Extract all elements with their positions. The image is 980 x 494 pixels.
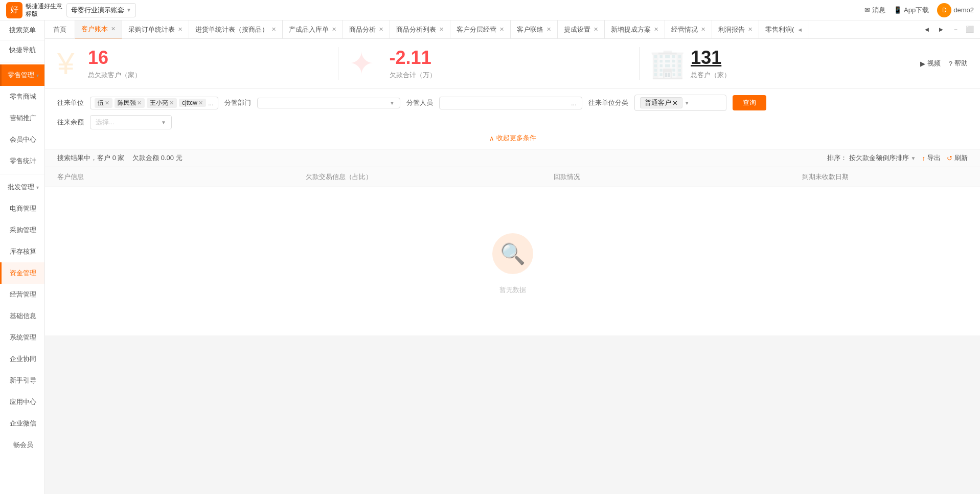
tab-nav-right[interactable]: ► [935, 24, 947, 36]
video-button[interactable]: ▶ 视频 [920, 59, 941, 68]
sidebar-item-retail-mall[interactable]: 零售商城 [0, 86, 44, 107]
tab-profit-report[interactable]: 利润报告 ✕ [712, 20, 759, 39]
tab-purchase-order[interactable]: 采购订单统计表 ✕ [122, 20, 189, 39]
sidebar-item-procurement[interactable]: 采购管理 [0, 219, 44, 241]
tags-more-button[interactable]: ... [208, 99, 214, 107]
tab-close-icon-13[interactable]: ◄ [797, 27, 803, 33]
unit-filter-tags[interactable]: 伍 ✕ 陈民强 ✕ 王小亮 ✕ cjttcw ✕ [90, 97, 218, 109]
sidebar-item-wholesale[interactable]: 批发管理 ▾ [0, 176, 44, 198]
main-layout: 搜索菜单 快捷导航 零售管理 ▾ 零售商城 营销推广 会员中心 零售统计 批发管… [0, 20, 980, 494]
sidebar-item-enterprise-coop[interactable]: 企业协同 [0, 348, 44, 370]
sidebar-item-marketing[interactable]: 营销推广 [0, 107, 44, 129]
tab-retail-profit[interactable]: 零售利润( ◄ [759, 20, 809, 39]
export-button[interactable]: ↑ 导出 [922, 153, 941, 163]
filter-row-1: 往来单位 伍 ✕ 陈民强 ✕ 王小亮 ✕ [57, 95, 968, 111]
export-icon: ↑ [922, 154, 926, 162]
top-bar-right: ✉ 消息 📱 App下载 D demo2 [864, 3, 974, 17]
sidebar-item-ecommerce[interactable]: 电商管理 [0, 198, 44, 219]
tab-ops-status[interactable]: 经营情况 ✕ [665, 20, 712, 39]
manager-dots[interactable]: ... [571, 99, 577, 107]
app-download-button[interactable]: 📱 App下载 [894, 6, 929, 15]
table-header-debt-info: 欠款交易信息（占比） [306, 172, 554, 182]
tab-close-icon-5[interactable]: ✕ [379, 26, 383, 33]
tab-close-icon-12[interactable]: ✕ [748, 26, 753, 33]
sidebar-item-basic-info[interactable]: 基础信息 [0, 305, 44, 327]
category-tag-close[interactable]: ✕ [672, 99, 678, 107]
chevron-right-icon: ▾ [36, 73, 39, 78]
sidebar-quick-nav[interactable]: 快捷导航 [0, 40, 44, 60]
tab-close-icon-10[interactable]: ✕ [654, 26, 658, 33]
manager-filter-select[interactable]: ... [439, 97, 582, 109]
refresh-button[interactable]: ↺ 刷新 [947, 153, 968, 163]
tab-close-icon-6[interactable]: ✕ [439, 26, 444, 33]
balance-filter-select[interactable]: 选择... ▼ [90, 115, 172, 129]
tab-close-icon-9[interactable]: ✕ [594, 26, 598, 33]
tab-nav-left[interactable]: ◄ [921, 24, 933, 36]
sidebar-item-operations[interactable]: 经营管理 [0, 284, 44, 305]
unit-category-select[interactable]: 普通客户 ✕ ▼ [634, 95, 726, 111]
tab-close-icon[interactable]: ✕ [111, 26, 116, 32]
help-button[interactable]: ? 帮助 [949, 59, 968, 68]
tab-close-icon-8[interactable]: ✕ [546, 26, 551, 33]
sidebar-item-new-guide[interactable]: 新手引导 [0, 370, 44, 391]
tab-minimize[interactable]: － [949, 24, 962, 36]
tag-close-wu[interactable]: ✕ [105, 100, 109, 106]
user-menu[interactable]: D demo2 [937, 3, 974, 17]
unit-category-label: 往来单位分类 [588, 98, 628, 107]
sidebar-item-enterprise-wechat[interactable]: 企业微信 [0, 413, 44, 434]
tag-cjttcw: cjttcw ✕ [179, 99, 206, 107]
sidebar-item-finance[interactable]: 资金管理 [0, 262, 44, 284]
query-button[interactable]: 查询 [733, 95, 766, 110]
tag-close-chen[interactable]: ✕ [137, 100, 142, 106]
tab-close-icon-7[interactable]: ✕ [499, 26, 504, 33]
chevron-down-dept: ▼ [390, 100, 395, 106]
chevron-right-icon-2: ▾ [36, 185, 39, 190]
tag-chen: 陈民强 ✕ [115, 98, 145, 108]
stat-debt-total-label: 欠款合计（万） [390, 71, 436, 80]
tab-close-icon-4[interactable]: ✕ [332, 26, 336, 33]
sidebar-item-retail-mgmt[interactable]: 零售管理 ▾ [0, 64, 44, 86]
sidebar-item-sys-mgmt[interactable]: 系统管理 [0, 327, 44, 348]
empty-illustration: 🔍 [487, 228, 538, 279]
tab-product-analysis-list[interactable]: 商品分析列表 ✕ [390, 20, 450, 39]
stat-block-debt-total: ✦ -2.11 欠款合计（万） [338, 47, 640, 80]
message-button[interactable]: ✉ 消息 [864, 6, 885, 15]
sidebar-item-app-center[interactable]: 应用中心 [0, 391, 44, 413]
suite-selector[interactable]: 母婴行业演示账套 ▼ [66, 3, 136, 17]
content-area: 首页 客户账本 ✕ 采购订单统计表 ✕ 进货单统计表（按商品） ✕ 产成品入库单… [45, 20, 980, 494]
sort-selector[interactable]: 排序： 按欠款金额倒序排序 ▼ [827, 153, 916, 163]
tab-new-raise[interactable]: 新增提成方案 ✕ [605, 20, 665, 39]
dept-filter-label: 分管部门 [224, 98, 251, 107]
tab-close-icon-2[interactable]: ✕ [178, 26, 183, 33]
tab-actions: ◄ ► － ⬜ [921, 24, 980, 36]
sidebar-item-inventory[interactable]: 库存核算 [0, 241, 44, 262]
sidebar-item-member[interactable]: 畅会员 [0, 434, 44, 456]
tab-customer-tier[interactable]: 客户分层经营 ✕ [450, 20, 511, 39]
tab-customer-contact[interactable]: 客户联络 ✕ [511, 20, 558, 39]
tab-maximize[interactable]: ⬜ [964, 24, 976, 36]
tab-close-icon-3[interactable]: ✕ [271, 26, 276, 33]
avatar: D [937, 3, 951, 17]
tag-close-cjttcw[interactable]: ✕ [198, 100, 203, 106]
tab-instock-stats[interactable]: 进货单统计表（按商品） ✕ [189, 20, 283, 39]
download-icon: 📱 [894, 6, 902, 14]
tab-home[interactable]: 首页 [45, 20, 75, 39]
dept-filter-select[interactable]: ▼ [257, 98, 400, 108]
table-header-repay: 回款情况 [554, 172, 802, 182]
tag-close-wang[interactable]: ✕ [169, 100, 174, 106]
tab-product-instock[interactable]: 产成品入库单 ✕ [283, 20, 343, 39]
sidebar-item-retail-stats[interactable]: 零售统计 [0, 150, 44, 172]
stat-bg-icon-customers: ¥ [57, 46, 74, 81]
tab-close-icon-11[interactable]: ✕ [701, 26, 705, 33]
manager-filter-label: 分管人员 [406, 98, 433, 107]
stat-total-customers-label: 总客户（家） [691, 71, 731, 80]
collapse-icon: ∧ [489, 134, 494, 142]
balance-filter-label: 往来余额 [57, 118, 84, 127]
tab-customer-book[interactable]: 客户账本 ✕ [75, 20, 122, 39]
sidebar-item-member-center[interactable]: 会员中心 [0, 129, 44, 150]
results-bar: 搜索结果中，客户 0 家 欠款金额 0.00 元 排序： 按欠款金额倒序排序 ▼ [45, 149, 980, 167]
tab-raise-settings[interactable]: 提成设置 ✕ [558, 20, 605, 39]
tab-product-analysis[interactable]: 商品分析 ✕ [343, 20, 390, 39]
collapse-button[interactable]: ∧ 收起更多条件 [489, 133, 536, 143]
sidebar-search[interactable]: 搜索菜单 [0, 20, 44, 40]
